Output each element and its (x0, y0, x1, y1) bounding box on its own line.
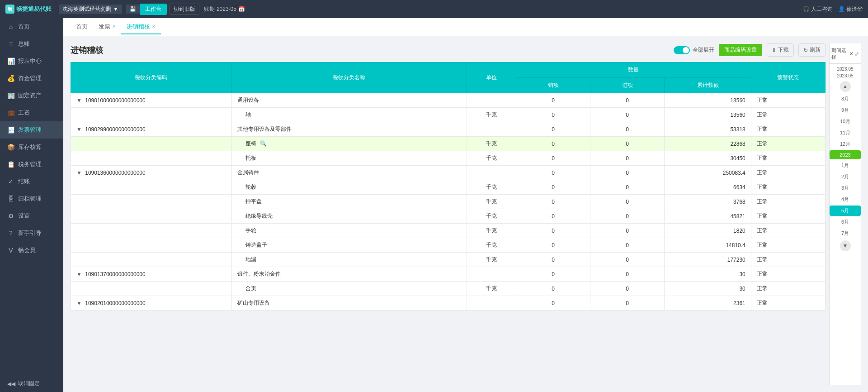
switch-old-button[interactable]: 切到旧版 (170, 4, 199, 15)
cell-warning: 正常 (751, 224, 825, 238)
sidebar-item-archive[interactable]: 🗄 归档管理 (0, 190, 63, 207)
period-2[interactable]: 2月 (830, 172, 861, 182)
calendar-icon[interactable]: 📅 (238, 6, 245, 12)
toggle-track[interactable] (674, 46, 690, 54)
home-icon: ⌂ (7, 23, 14, 30)
period-6[interactable]: 6月 (830, 217, 861, 227)
cell-total: 45821 (665, 209, 751, 224)
user-info: 👤 徐泽华 (838, 5, 863, 13)
cell-sales: 0 (516, 166, 590, 180)
sidebar: ⌂ 首页 ≡ 总账 📊 报表中心 💰 资金管理 🏢 固定资产 💼 工资 (0, 18, 63, 392)
period-10[interactable]: 10月 (830, 116, 861, 127)
collapse-icon[interactable]: ▼ (76, 126, 82, 133)
cell-warning: 正常 (751, 122, 825, 137)
cell-total: 30 (665, 267, 751, 282)
settings-icon: ⚙ (7, 212, 14, 220)
period-9[interactable]: 9月 (830, 105, 861, 115)
headset-icon: 🎧 (803, 6, 810, 12)
download-button[interactable]: ⬇ 下载 (767, 43, 794, 57)
cell-code (71, 180, 232, 195)
expand-toggle[interactable]: 全部展开 (674, 46, 714, 54)
cell-unit: 千克 (467, 209, 516, 224)
sidebar-item-settings[interactable]: ⚙ 设置 (0, 207, 63, 225)
save-draft-button[interactable]: 💾 (126, 5, 140, 14)
collapse-icon[interactable]: ▼ (76, 97, 82, 104)
period-11[interactable]: 11月 (830, 128, 861, 138)
period-down-arrow[interactable]: ▼ (840, 240, 851, 251)
expand-panel-button[interactable]: ⤢ (854, 51, 859, 57)
cell-warning: 正常 (751, 137, 825, 151)
sidebar-item-home[interactable]: ⌂ 首页 (0, 18, 63, 35)
tab-invoice[interactable]: 发票 ✕ (93, 20, 121, 34)
sidebar-item-stock[interactable]: 📦 库存核算 (0, 139, 63, 156)
table-row: ▼ 10902990000000000000 其他专用设备及零部件 0 0 53… (71, 122, 826, 137)
cell-purchase: 0 (590, 180, 665, 195)
period-12[interactable]: 12月 (830, 139, 861, 149)
refresh-button[interactable]: ↻ 刷新 (798, 43, 826, 57)
period-4[interactable]: 4月 (830, 194, 861, 205)
table-row: 轮毂 千克 0 0 6634 正常 (71, 180, 826, 195)
cell-unit (467, 166, 516, 180)
cell-sales: 0 (516, 122, 590, 137)
logo-icon: 畅 (5, 5, 14, 14)
table-row: ▼ 10902010000000000000 矿山专用设备 0 0 2361 正… (71, 296, 826, 311)
cell-code (71, 238, 232, 253)
page-title: 进销稽核 (71, 45, 103, 56)
table-row: ▼ 10901360000000000000 金属铸件 0 0 250083.4… (71, 166, 826, 180)
cell-sales: 0 (516, 253, 590, 267)
collapse-icon[interactable]: ▼ (76, 170, 82, 176)
sidebar-item-settle[interactable]: ✓ 结账 (0, 173, 63, 190)
tab-home[interactable]: 首页 (71, 20, 93, 34)
right-panel: 期间选择 ✕ ⤢ 2023.05 2023.05 ▲ 8月 9月 10月 11月 (829, 43, 861, 385)
collapse-icon[interactable]: ▼ (76, 300, 82, 306)
cell-code: ▼ 10901360000000000000 (71, 166, 232, 180)
period-info: 账期 2023-05 📅 (204, 5, 245, 13)
sidebar-item-report[interactable]: 📊 报表中心 (0, 53, 63, 70)
period-1[interactable]: 1月 (830, 160, 861, 171)
sidebar-item-guide[interactable]: ? 新手引导 (0, 225, 63, 242)
sidebar-pin-button[interactable]: ◀◀ 取消固定 (0, 375, 63, 392)
period-up-arrow[interactable]: ▲ (840, 81, 851, 92)
table-row: 手轮 千克 0 0 1820 正常 (71, 224, 826, 238)
table-row: 轴 千克 0 0 13560 正常 (71, 108, 826, 122)
invoice-icon: 🧾 (7, 126, 14, 134)
period-8[interactable]: 8月 (830, 94, 861, 104)
cell-unit (467, 93, 516, 108)
download-icon: ⬇ (772, 47, 776, 53)
cell-unit (467, 296, 516, 311)
product-code-button[interactable]: 商品编码设置 (719, 44, 762, 56)
sidebar-item-asset[interactable]: 🏢 固定资产 (0, 87, 63, 104)
sidebar-item-invoice[interactable]: 🧾 发票管理 (0, 121, 63, 139)
workbench-button[interactable]: 工作台 (140, 4, 167, 15)
cell-total: 13560 (665, 108, 751, 122)
search-icon[interactable]: 🔍 (260, 140, 267, 147)
period-7[interactable]: 7月 (830, 228, 861, 239)
sidebar-item-member[interactable]: V 畅会员 (0, 242, 63, 259)
cell-unit: 千克 (467, 195, 516, 209)
cell-unit: 千克 (467, 282, 516, 296)
period-3[interactable]: 3月 (830, 183, 861, 193)
sidebar-item-ledger[interactable]: ≡ 总账 (0, 35, 63, 53)
period-year-2023[interactable]: 2023 (830, 150, 861, 159)
cell-purchase: 0 (590, 209, 665, 224)
sidebar-item-fund[interactable]: 💰 资金管理 (0, 70, 63, 87)
close-invoice-tab[interactable]: ✕ (112, 24, 116, 29)
company-selector[interactable]: 沈海英测试经营勿删 ▼ (59, 5, 122, 14)
close-panel-button[interactable]: ✕ (849, 51, 854, 57)
tab-reconcile[interactable]: 进销稽核 ✕ (121, 20, 161, 34)
cell-purchase: 0 (590, 137, 665, 151)
cell-name: 轮毂 (231, 180, 467, 195)
cell-name: 矿山专用设备 (231, 296, 467, 311)
close-reconcile-tab[interactable]: ✕ (152, 24, 156, 29)
sidebar-item-tax[interactable]: 📋 税务管理 (0, 156, 63, 173)
period-year-label2: 2023.05 (836, 72, 854, 79)
chevron-down-icon: ▼ (113, 6, 118, 12)
period-5[interactable]: 5月 (830, 206, 861, 216)
collapse-icon[interactable]: ▼ (76, 271, 82, 277)
table-row: 抻平盘 千克 0 0 3768 正常 (71, 195, 826, 209)
cell-unit: 千克 (467, 180, 516, 195)
sidebar-item-wage[interactable]: 💼 工资 (0, 104, 63, 121)
cell-purchase: 0 (590, 238, 665, 253)
support-link[interactable]: 🎧 人工咨询 (803, 5, 833, 13)
sidebar-item-label: 结账 (18, 177, 30, 186)
